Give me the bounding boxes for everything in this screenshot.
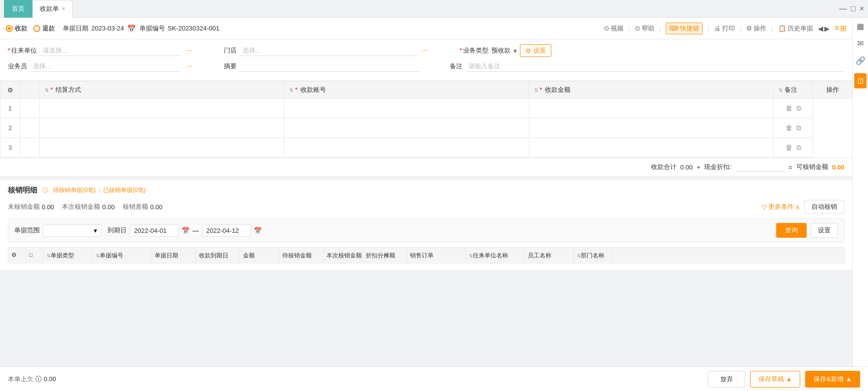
row-2-remark[interactable] — [529, 118, 773, 138]
counterpart-label: *往来单位 — [8, 46, 37, 55]
verif-col-amount: 金额 — [240, 248, 279, 264]
panel-email-icon[interactable]: ✉ — [857, 39, 864, 48]
date-label: 单据日期 — [63, 24, 88, 33]
table-row: 3 🗑 ⧉ — [0, 138, 852, 158]
row-2-copy-icon[interactable]: ⧉ — [796, 124, 801, 132]
range-select[interactable]: ▾ — [43, 224, 102, 237]
more-conditions-btn[interactable]: ▽ 更多条件 ∧ — [762, 202, 800, 211]
help-icon: ⊙ — [635, 25, 640, 32]
business-type-field: *业务类型 预收款 ▾ ⚙ 设置 — [460, 44, 551, 57]
row-1-delete-icon[interactable]: 🗑 — [786, 104, 792, 112]
remark-input[interactable] — [465, 61, 844, 72]
print-icon: 🖨 — [714, 25, 721, 32]
layout-grid-icon[interactable]: ⊞ — [840, 24, 846, 33]
verif-col-settings[interactable]: ⚙ — [8, 248, 26, 264]
abandon-button[interactable]: 放弃 — [708, 371, 745, 388]
verif-tab-done[interactable]: 已核销单据(0笔) — [103, 186, 146, 195]
row-2-account[interactable] — [40, 118, 284, 138]
radio-refund[interactable]: 退款 — [33, 24, 55, 33]
store-more-btn[interactable]: ··· — [420, 46, 430, 55]
row-3-settlement[interactable] — [20, 138, 40, 158]
auto-cancel-button[interactable]: 自动核销 — [804, 200, 844, 214]
discount-input[interactable] — [735, 162, 785, 172]
staff-input[interactable] — [30, 61, 181, 72]
form-row-1: *往来单位 ··· 门店 ··· *业务类型 预收款 ▾ ⚙ 设置 — [8, 44, 844, 57]
tab-home[interactable]: 首页 — [4, 0, 32, 18]
row-3-account[interactable] — [40, 138, 284, 158]
total-value: 0.00 — [680, 164, 693, 171]
business-type-dropdown-icon[interactable]: ▾ — [514, 47, 517, 55]
verif-info-icon[interactable]: ⓘ — [42, 186, 48, 195]
help-btn[interactable]: ⊙ 帮助 — [635, 24, 654, 33]
row-1-copy-icon[interactable]: ⧉ — [796, 104, 801, 112]
maximize-icon[interactable]: □ — [851, 4, 856, 13]
doc-no-label: 单据编号 — [139, 24, 165, 33]
row-2-settlement[interactable] — [20, 118, 40, 138]
panel-link-icon[interactable]: 🔗 — [856, 56, 866, 65]
history-btn[interactable]: 📋 历史单据 — [778, 24, 813, 33]
date-to-input[interactable] — [202, 224, 251, 237]
row-3-remark[interactable] — [529, 138, 773, 158]
shortcut-btn[interactable]: ⌨ 快捷键 — [666, 23, 703, 34]
row-1-settlement[interactable] — [20, 99, 40, 118]
stat-info-icon[interactable]: ⓘ — [35, 375, 42, 384]
nav-next-icon[interactable]: ▶ — [824, 25, 830, 32]
save-draft-button[interactable]: 保存草稿 ▲ — [750, 371, 801, 388]
radio-receive[interactable]: 收款 — [6, 24, 27, 33]
video-btn[interactable]: ⊙ 视频 — [604, 24, 624, 33]
staff-more-btn[interactable]: ··· — [184, 62, 194, 71]
summary-row: 收款合计 0.00 + 现金折扣: = 可核销金额 0.00 — [0, 158, 852, 176]
net-value: 0.00 — [832, 164, 844, 171]
remark-label: 备注 — [450, 62, 462, 71]
window-close-icon[interactable]: × — [860, 4, 864, 13]
minimize-icon[interactable]: — — [839, 4, 847, 13]
filter-settings-button[interactable]: 设置 — [811, 223, 838, 238]
print-btn[interactable]: 🖨 打印 — [714, 24, 735, 33]
tab-receipt[interactable]: 收款单 × — [32, 0, 73, 18]
radio-refund-label: 退款 — [42, 24, 55, 33]
query-button[interactable]: 查询 — [776, 223, 807, 238]
layout-list-icon[interactable]: ≡ — [835, 24, 839, 33]
nav-prev-icon[interactable]: ◀ — [818, 25, 823, 32]
col-row-num — [20, 82, 40, 99]
col-settings[interactable]: ⚙ — [0, 82, 20, 99]
total-label: 收款合计 — [651, 163, 677, 171]
plus-sign: + — [697, 164, 701, 171]
date-from-input[interactable] — [130, 224, 179, 237]
date-range-dash: — — [192, 227, 199, 234]
counterpart-more-btn[interactable]: ··· — [184, 46, 194, 55]
row-2-delete-icon[interactable]: 🗑 — [786, 124, 792, 132]
save-draft-arrow-icon: ▲ — [786, 375, 792, 383]
remark-field: 备注 — [450, 61, 844, 72]
row-1-account[interactable] — [40, 99, 284, 118]
tab-close-icon[interactable]: × — [62, 5, 65, 12]
help-label: 帮助 — [642, 24, 654, 33]
row-1-amount[interactable] — [284, 99, 529, 118]
row-1-remark[interactable] — [529, 99, 773, 118]
settings-gear-icon: ⚙ — [525, 47, 531, 55]
panel-table-icon[interactable]: ▦ — [857, 22, 864, 31]
toolbar: 收款 退款 单据日期 2023-03-24 📅 单据编号 SK-20230324… — [0, 18, 852, 39]
verif-col-discount: 折扣分摊额 — [363, 248, 407, 264]
settings-button[interactable]: ⚙ 设置 — [520, 44, 551, 57]
store-input[interactable] — [240, 45, 417, 56]
save-new-button[interactable]: 保存&新增 ▲ — [805, 371, 860, 388]
summary-label: 摘要 — [224, 62, 237, 71]
row-2-amount[interactable] — [284, 118, 529, 138]
summary-input[interactable] — [240, 61, 420, 72]
row-3-amount[interactable] — [284, 138, 529, 158]
panel-scan-icon[interactable]: ⊡ — [854, 73, 867, 88]
row-3-copy-icon[interactable]: ⧉ — [796, 143, 801, 152]
verif-col-checkbox[interactable]: □ — [26, 248, 44, 264]
operation-btn[interactable]: ⚙ 操作 — [746, 24, 766, 33]
calendar-icon[interactable]: 📅 — [127, 25, 136, 32]
verif-tab-pending[interactable]: 待核销单据(0笔) — [53, 186, 96, 195]
doc-no-value: SK-20230324-001 — [168, 25, 220, 32]
business-type-label: *业务类型 — [460, 46, 488, 55]
row-3-delete-icon[interactable]: 🗑 — [786, 143, 792, 152]
calendar-from-icon[interactable]: 📅 — [182, 227, 190, 234]
counterpart-input[interactable] — [40, 45, 181, 56]
calendar-to-icon[interactable]: 📅 — [254, 227, 262, 234]
date-range-field: 到期日 📅 — 📅 — [108, 224, 262, 237]
chevron-up-icon: ∧ — [795, 203, 800, 211]
